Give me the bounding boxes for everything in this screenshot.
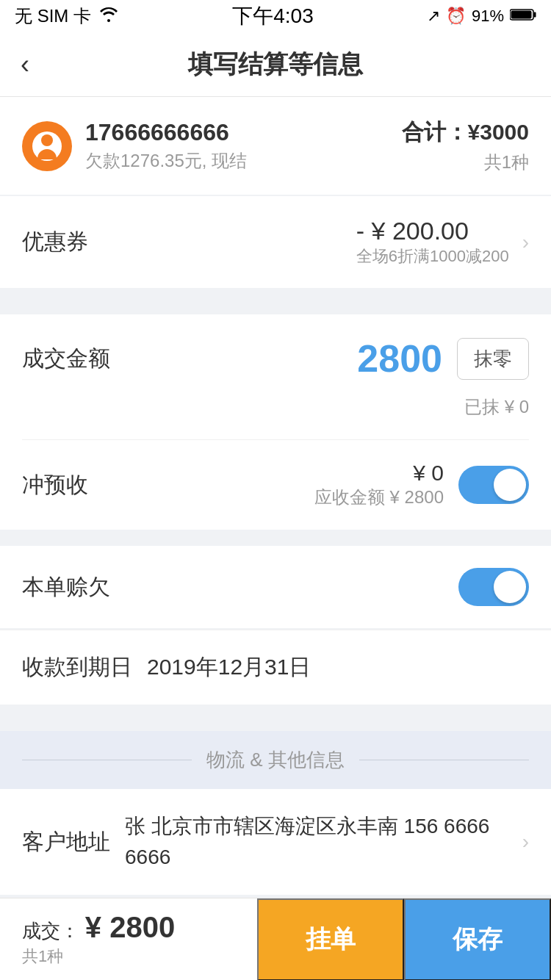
status-right: ↗ ⏰ 91% xyxy=(427,7,536,26)
coupon-row[interactable]: 优惠券 - ¥ 200.00 全场6折满1000减200 › xyxy=(0,196,551,288)
coupon-label: 优惠券 xyxy=(22,227,88,257)
footer-tx-line: 成交： ¥ 2800 xyxy=(22,911,235,944)
hang-button[interactable]: 挂单 xyxy=(257,898,404,981)
back-button[interactable]: ‹ xyxy=(21,49,29,80)
user-details: 17666666666 欠款1276.35元, 现结 xyxy=(85,119,247,173)
logistics-header: 物流 & 其他信息 xyxy=(0,731,551,789)
battery-text: 91% xyxy=(472,7,504,26)
tx-sub: 已抹 ¥ 0 xyxy=(0,395,551,439)
due-date-row: 收款到期日 2019年12月31日 xyxy=(0,630,551,705)
page-title: 填写结算等信息 xyxy=(188,48,363,82)
no-sim-text: 无 SIM 卡 xyxy=(15,4,91,28)
user-total: 合计：¥3000 共1种 xyxy=(402,118,529,174)
address-value: 张 北京市市辖区海淀区永丰南 156 6666 6666 xyxy=(125,811,516,873)
footer-summary: 成交： ¥ 2800 共1种 xyxy=(0,911,257,968)
avatar-icon xyxy=(32,131,62,161)
debt-row: 本单赊欠 xyxy=(0,546,551,628)
precollect-right: ¥ 0 应收金额 ¥ 2800 xyxy=(314,461,529,509)
total-count: 共1种 xyxy=(402,151,529,174)
location-icon: ↗ xyxy=(427,7,440,26)
svg-rect-1 xyxy=(534,12,536,18)
status-bar: 无 SIM 卡 下午4:03 ↗ ⏰ 91% xyxy=(0,0,551,32)
tx-label: 成交金额 xyxy=(22,344,110,374)
avatar xyxy=(22,121,72,171)
total-amount: 合计：¥3000 xyxy=(402,118,529,148)
coupon-desc: 全场6折满1000减200 xyxy=(356,245,509,267)
precollect-amount: ¥ 0 应收金额 ¥ 2800 xyxy=(314,461,444,509)
user-info-card: 17666666666 欠款1276.35元, 现结 合计：¥3000 共1种 xyxy=(0,97,551,195)
section-gap-3 xyxy=(0,716,551,731)
footer-bar: 成交： ¥ 2800 共1种 挂单 保存 xyxy=(0,898,551,980)
precollect-label: 冲预收 xyxy=(22,470,88,500)
user-debt: 欠款1276.35元, 现结 xyxy=(85,149,247,173)
wifi-icon xyxy=(98,6,119,26)
tx-right: 2800 抹零 xyxy=(357,336,529,381)
pre-sub: 应收金额 ¥ 2800 xyxy=(314,486,444,509)
chevron-right-icon: › xyxy=(522,231,529,254)
svg-rect-2 xyxy=(511,11,532,19)
battery-icon xyxy=(510,7,536,26)
round-button[interactable]: 抹零 xyxy=(457,338,529,380)
footer-tx-label: 成交： xyxy=(22,920,79,942)
status-left: 无 SIM 卡 xyxy=(15,4,119,28)
address-row[interactable]: 客户地址 张 北京市市辖区海淀区永丰南 156 6666 6666 › xyxy=(0,789,551,895)
status-time: 下午4:03 xyxy=(232,2,314,30)
section-gap-2 xyxy=(0,531,551,546)
due-date-value: 2019年12月31日 xyxy=(147,652,311,682)
logistics-line-right xyxy=(359,760,529,760)
tx-amount-value: 2800 xyxy=(357,336,442,381)
logistics-title: 物流 & 其他信息 xyxy=(206,747,345,773)
debt-toggle[interactable] xyxy=(458,568,529,606)
section-gap-1 xyxy=(0,300,551,314)
due-label: 收款到期日 xyxy=(22,652,132,682)
footer-count: 共1种 xyxy=(22,945,235,968)
user-left: 17666666666 欠款1276.35元, 现结 xyxy=(22,119,247,173)
coupon-right: - ¥ 200.00 全场6折满1000减200 › xyxy=(356,217,529,267)
logistics-line-left xyxy=(22,760,192,760)
precollect-row: 冲预收 ¥ 0 应收金额 ¥ 2800 xyxy=(0,440,551,530)
coupon-amount: - ¥ 200.00 xyxy=(356,217,509,245)
nav-bar: ‹ 填写结算等信息 xyxy=(0,32,551,97)
address-label: 客户地址 xyxy=(22,827,110,857)
user-phone: 17666666666 xyxy=(85,119,247,146)
debt-label: 本单赊欠 xyxy=(22,572,110,602)
precollect-toggle[interactable] xyxy=(458,466,529,504)
transaction-section: 成交金额 2800 抹零 已抹 ¥ 0 冲预收 ¥ 0 应收金额 ¥ 2800 xyxy=(0,314,551,530)
tx-amount-row: 成交金额 2800 抹零 xyxy=(0,314,551,395)
address-chevron-icon: › xyxy=(522,830,529,854)
footer-tx-amount: ¥ 2800 xyxy=(85,911,175,943)
save-button[interactable]: 保存 xyxy=(404,898,551,981)
alarm-icon: ⏰ xyxy=(446,7,466,26)
pre-value: ¥ 0 xyxy=(314,461,444,486)
